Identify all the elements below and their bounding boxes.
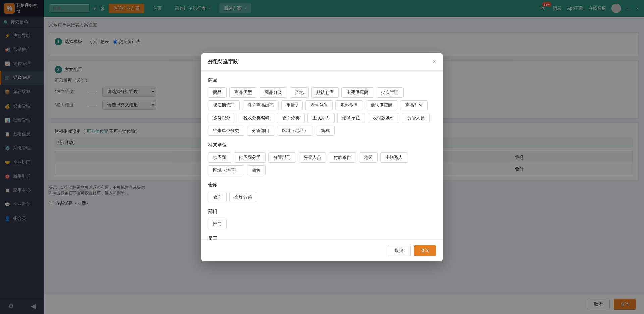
field-tag[interactable]: 供应商分类 (234, 152, 266, 163)
field-tag[interactable]: 规格型号 (335, 100, 363, 110)
modal-close-btn[interactable]: × (432, 59, 436, 65)
field-tag[interactable]: 简称 (316, 126, 335, 136)
field-group-warehouse: 仓库 仓库 仓库分类 (208, 182, 436, 202)
field-tag[interactable]: 主联系人 (307, 113, 335, 123)
field-group-employee-title: 员工 (208, 236, 436, 240)
field-group-goods-title: 商品 (208, 77, 436, 83)
field-tag[interactable]: 收付款条件 (368, 113, 399, 123)
modal-confirm-btn[interactable]: 查询 (414, 245, 436, 256)
field-tags-department: 部门 (208, 219, 436, 229)
field-tag[interactable]: 分管部门 (247, 126, 274, 136)
field-tag[interactable]: 重量3 (281, 100, 303, 110)
field-tag[interactable]: 批次管理 (376, 87, 404, 98)
field-tag[interactable]: 商品别名 (400, 100, 428, 110)
field-tag[interactable]: 拣货积分 (208, 113, 235, 123)
modal-body: 商品 商品 商品类型 商品分类 产地 默认仓库 主要供应商 批次管理 保质期管理… (201, 71, 443, 240)
field-tag[interactable]: 税收分类编码 (238, 113, 274, 123)
field-tag[interactable]: 付款条件 (329, 152, 356, 163)
field-group-goods: 商品 商品 商品类型 商品分类 产地 默认仓库 主要供应商 批次管理 保质期管理… (208, 77, 436, 136)
field-tag[interactable]: 结算单位 (337, 113, 365, 123)
field-tag[interactable]: 商品分类 (260, 87, 287, 98)
modal-overlay: 分组待选字段 × 商品 商品 商品类型 商品分类 产地 默认仓库 主要供应商 批… (0, 0, 644, 314)
field-tags-warehouse: 仓库 仓库分类 (208, 192, 436, 202)
field-tag[interactable]: 分管人员 (402, 113, 430, 123)
modal-title: 分组待选字段 (208, 59, 238, 65)
field-tag[interactable]: 分管部门 (268, 152, 296, 163)
modal-cancel-btn[interactable]: 取消 (388, 245, 411, 256)
field-group-partner: 往来单位 供应商 供应商分类 分管部门 分管人员 付款条件 地区 主联系人 区域… (208, 142, 436, 175)
field-tag[interactable]: 客户商品编码 (243, 100, 279, 110)
field-tags-partner: 供应商 供应商分类 分管部门 分管人员 付款条件 地区 主联系人 区域（地区） … (208, 152, 436, 175)
field-tag[interactable]: 分管人员 (299, 152, 326, 163)
modal-footer: 取消 查询 (201, 240, 443, 261)
field-tag[interactable]: 默认仓库 (311, 87, 339, 98)
field-group-department: 部门 部门 (208, 209, 436, 229)
field-group-department-title: 部门 (208, 209, 436, 215)
field-tag[interactable]: 供应商 (208, 152, 231, 163)
field-tag[interactable]: 往来单位分类 (208, 126, 244, 136)
field-select-modal: 分组待选字段 × 商品 商品 商品类型 商品分类 产地 默认仓库 主要供应商 批… (201, 53, 443, 261)
field-tag[interactable]: 区域（地区） (208, 165, 244, 175)
field-tag[interactable]: 零售单位 (305, 100, 333, 110)
field-group-partner-title: 往来单位 (208, 142, 436, 148)
field-group-warehouse-title: 仓库 (208, 182, 436, 188)
field-tags-goods: 商品 商品类型 商品分类 产地 默认仓库 主要供应商 批次管理 保质期管理 客户… (208, 87, 436, 136)
field-tag[interactable]: 地区 (359, 152, 378, 163)
field-tag[interactable]: 主联系人 (380, 152, 408, 163)
field-tag[interactable]: 仓库分类 (277, 113, 305, 123)
field-tag[interactable]: 商品 (208, 87, 227, 98)
field-group-employee: 员工 业务员 (208, 236, 436, 240)
field-tag[interactable]: 区域（地区） (277, 126, 313, 136)
field-tag[interactable]: 主要供应商 (341, 87, 373, 98)
field-tag[interactable]: 商品类型 (229, 87, 257, 98)
field-tag[interactable]: 仓库分类 (229, 192, 257, 202)
field-tag[interactable]: 部门 (208, 219, 227, 229)
field-tag[interactable]: 默认供应商 (366, 100, 397, 110)
modal-header: 分组待选字段 × (201, 53, 443, 71)
field-tag[interactable]: 简称 (247, 165, 266, 175)
field-tag[interactable]: 保质期管理 (208, 100, 240, 110)
field-tag[interactable]: 产地 (290, 87, 309, 98)
field-tag[interactable]: 仓库 (208, 192, 227, 202)
